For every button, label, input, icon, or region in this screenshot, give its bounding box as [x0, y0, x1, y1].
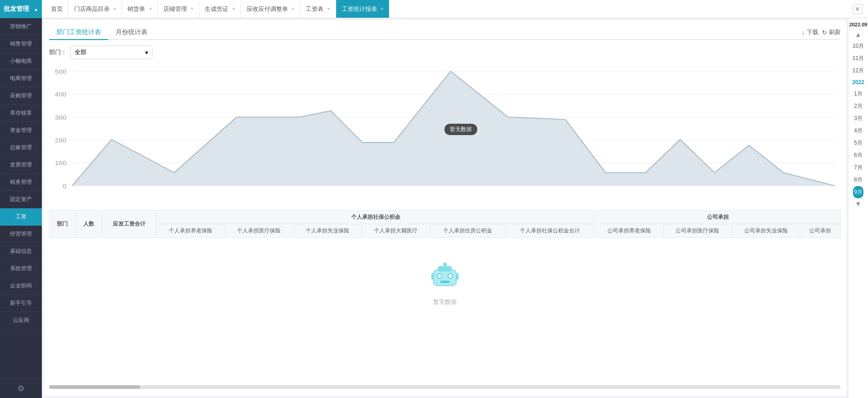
scrollbar-thumb[interactable] [49, 385, 140, 389]
sidebar-item-2[interactable]: 小畅电商 [0, 53, 42, 70]
month-item-0[interactable]: 10月 [851, 40, 865, 52]
svg-text:0: 0 [62, 183, 66, 190]
sidebar-item-4[interactable]: 采购管理 [0, 87, 42, 105]
tab-0[interactable]: 首页 [45, 0, 69, 18]
tab-label-5: 应收应付调整单 [247, 5, 288, 13]
date-panel-header: 2022.09 [848, 20, 868, 29]
month-item-2[interactable]: 12月 [851, 65, 865, 77]
svg-rect-13 [434, 270, 456, 286]
tab-3[interactable]: 店铺管理× [158, 0, 199, 18]
sub-tab-1[interactable]: 月份统计表 [108, 25, 155, 40]
svg-rect-19 [431, 273, 434, 280]
tab-1[interactable]: 门店商品目录× [69, 0, 122, 18]
svg-text:500: 500 [55, 68, 66, 75]
download-icon: ↓ [802, 29, 805, 36]
sidebar-item-7[interactable]: 总账管理 [0, 139, 42, 156]
sidebar-item-12[interactable]: 经营管理 [0, 226, 42, 243]
col-personal-housing-fund: 个人承担住房公积金 [430, 224, 505, 238]
tab-close-1[interactable]: × [113, 6, 116, 11]
col-total-salary: 应发工资合计 [102, 211, 156, 238]
month-item-4[interactable]: 1月 [851, 88, 865, 100]
month-item-11[interactable]: 8月 [851, 174, 865, 186]
data-table: 部门 人数 应发工资合计 个人承担社保公积金 公司承担 个人承担养老保险 个人承… [49, 210, 841, 324]
date-panel: 2022.09 ▲ 10月11月12月20221月2月3月4月5月6月7月8月9… [848, 18, 868, 398]
empty-state: 暂无数据 [50, 238, 841, 324]
sidebar-item-17[interactable]: 云应用 [0, 312, 42, 329]
month-item-8[interactable]: 5月 [851, 137, 865, 149]
svg-point-16 [437, 274, 442, 278]
month-item-1[interactable]: 11月 [851, 52, 865, 65]
tab-label-7: 工资统计报表 [342, 5, 377, 13]
horizontal-scrollbar[interactable] [49, 385, 841, 389]
month-item-10[interactable]: 7月 [851, 161, 865, 174]
tab-close-6[interactable]: × [327, 6, 330, 11]
tab-label-6: 工资表 [306, 5, 323, 13]
tab-6[interactable]: 工资表× [300, 0, 336, 18]
content-wrapper: 部门工资统计表月份统计表 ↓ 下载 ↻ 刷新 部门： 全部 ▾ [42, 18, 868, 398]
sidebar-item-3[interactable]: 电商管理 [0, 70, 42, 87]
sidebar-collapse-icon[interactable]: ▲ [34, 7, 38, 12]
close-all-tabs-button[interactable]: ✕ [853, 4, 863, 14]
sidebar-item-13[interactable]: 基础信息 [0, 243, 42, 260]
col-personal-unemployment: 个人承担失业保险 [293, 224, 361, 238]
month-item-7[interactable]: 4月 [851, 125, 865, 137]
svg-point-17 [448, 274, 453, 278]
sidebar-item-10[interactable]: 固定资产 [0, 191, 42, 208]
month-item-12[interactable]: 9月 [853, 186, 863, 198]
svg-rect-14 [438, 266, 452, 272]
col-personal-total: 个人承担社保公积金合计 [505, 224, 595, 238]
tab-close-7[interactable]: × [381, 6, 384, 11]
col-company-pension: 公司承担养老保险 [595, 224, 663, 238]
sidebar-item-15[interactable]: 企业协同 [0, 277, 42, 295]
sidebar-item-8[interactable]: 发票管理 [0, 156, 42, 174]
col-company-other: 公司承担 [800, 224, 841, 238]
col-group-company: 公司承担 [595, 211, 841, 224]
sidebar-item-11[interactable]: 工资 [0, 208, 42, 226]
refresh-icon: ↻ [822, 29, 827, 36]
tab-bar: 首页门店商品目录×销货单×店铺管理×生成凭证×应收应付调整单×工资表×工资统计报… [42, 0, 868, 18]
tab-label-4: 生成凭证 [205, 5, 228, 13]
date-nav-down[interactable]: ▼ [853, 198, 864, 209]
sidebar-item-1[interactable]: 销售管理 [0, 35, 42, 53]
sub-tab-0[interactable]: 部门工资统计表 [49, 25, 108, 40]
tab-7[interactable]: 工资统计报表× [336, 0, 389, 18]
tab-2[interactable]: 销货单× [122, 0, 157, 18]
col-group-personal: 个人承担社保公积金 [156, 211, 595, 224]
svg-text:400: 400 [55, 91, 66, 98]
table-wrapper[interactable]: 部门 人数 应发工资合计 个人承担社保公积金 公司承担 个人承担养老保险 个人承… [49, 210, 841, 324]
sidebar-item-14[interactable]: 系统管理 [0, 260, 42, 277]
month-item-5[interactable]: 2月 [851, 100, 865, 112]
col-personal-medical: 个人承担医疗保险 [225, 224, 293, 238]
sidebar-item-5[interactable]: 库存核算 [0, 105, 42, 122]
date-nav-up[interactable]: ▲ [853, 29, 864, 40]
svg-text:200: 200 [55, 137, 66, 144]
tab-4[interactable]: 生成凭证× [199, 0, 241, 18]
chart-svg: 500 400 300 200 100 0 [49, 66, 841, 203]
download-button[interactable]: ↓ 下载 [802, 28, 819, 36]
dept-filter-select[interactable]: 全部 ▾ [71, 45, 152, 59]
svg-text:300: 300 [55, 114, 66, 121]
col-personal-major-medical: 个人承担大额医疗 [362, 224, 430, 238]
refresh-button[interactable]: ↻ 刷新 [822, 28, 841, 36]
col-headcount: 人数 [76, 211, 102, 238]
sidebar-item-6[interactable]: 资金管理 [0, 122, 42, 139]
sidebar-item-0[interactable]: 营销推广 [0, 18, 42, 35]
sidebar-title: 批发管理 [4, 5, 29, 13]
month-item-6[interactable]: 3月 [851, 112, 865, 125]
tab-close-4[interactable]: × [232, 6, 235, 11]
tab-label-3: 店铺管理 [163, 5, 187, 13]
col-dept: 部门 [50, 211, 76, 238]
settings-button[interactable]: ⚙ [0, 378, 42, 398]
tab-5[interactable]: 应收应付调整单× [241, 0, 300, 18]
tab-close-5[interactable]: × [292, 6, 294, 11]
main-area: 首页门店商品目录×销货单×店铺管理×生成凭证×应收应付调整单×工资表×工资统计报… [42, 0, 868, 398]
sidebar-item-9[interactable]: 税务管理 [0, 174, 42, 191]
empty-icon [427, 256, 463, 292]
tab-close-2[interactable]: × [149, 6, 151, 11]
month-item-9[interactable]: 6月 [851, 149, 865, 161]
month-item-3[interactable]: 2022 [851, 77, 865, 88]
sidebar-item-16[interactable]: 新手引导 [0, 295, 42, 312]
tab-close-3[interactable]: × [191, 6, 193, 11]
sub-tabs: 部门工资统计表月份统计表 ↓ 下载 ↻ 刷新 [49, 25, 841, 40]
sidebar-header[interactable]: 批发管理 ▲ [0, 0, 42, 18]
